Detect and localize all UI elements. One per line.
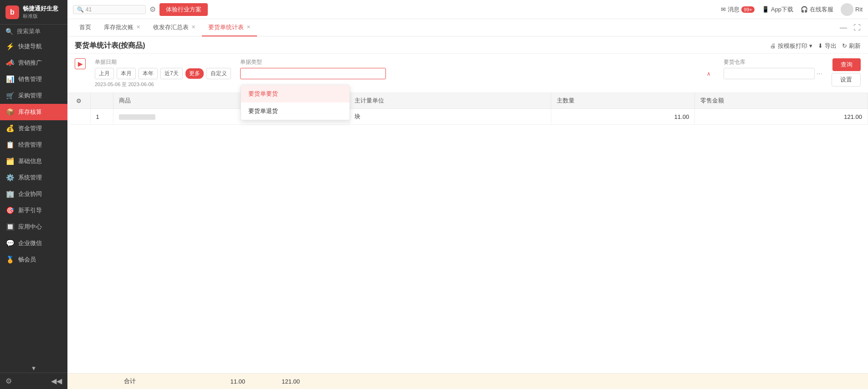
sidebar-item-app-center[interactable]: 🔲 应用中心 xyxy=(0,219,67,235)
tab-collect-account[interactable]: 收发存汇总表 ✕ xyxy=(147,19,202,36)
wechat-icon: 💬 xyxy=(5,239,15,247)
product-placeholder xyxy=(119,114,155,120)
date-btn-7days[interactable]: 近7天 xyxy=(160,68,183,79)
table-col-amount: 零售金额 xyxy=(695,93,868,109)
sidebar-item-guide[interactable]: 🎯 新手引导 xyxy=(0,202,67,219)
filter-warehouse-input[interactable] xyxy=(724,68,815,79)
sidebar-item-marketing[interactable]: 📣 营销推广 xyxy=(0,55,67,71)
app-download-item[interactable]: 📱 App下载 xyxy=(762,5,793,14)
sidebar-collapse-icon[interactable]: ◀◀ xyxy=(51,377,62,385)
footer-total-amount: 121.00 xyxy=(251,378,305,385)
message-icon: ✉ xyxy=(721,6,726,13)
sidebar-bottom: ⚙ ◀◀ xyxy=(0,373,67,389)
operation-icon: 📋 xyxy=(5,141,15,149)
query-btn[interactable]: 查询 xyxy=(832,58,861,71)
basic-label: 基础信息 xyxy=(18,157,62,165)
table-col-rownum xyxy=(90,93,113,109)
purchase-icon: 🛒 xyxy=(5,92,15,100)
top-search-input[interactable]: 🔍 41 xyxy=(73,5,146,14)
quick-nav-label: 快捷导航 xyxy=(18,42,62,51)
tab-batch-account[interactable]: 库存批次账 ✕ xyxy=(98,19,147,36)
data-table: ⚙ 商品 主计量单位 主数量 零售金额 1 xyxy=(67,93,868,125)
filter-warehouse-label: 要货仓库 xyxy=(724,58,822,66)
tab-batch-account-label: 库存批次账 xyxy=(104,23,134,31)
sidebar-item-enterprise[interactable]: 🏢 企业协同 xyxy=(0,186,67,202)
filter-type-input[interactable] xyxy=(240,68,386,79)
filter-settings-btn[interactable]: 设置 xyxy=(832,73,861,87)
basic-icon: 🗂️ xyxy=(5,157,15,165)
date-btn-last-month[interactable]: 上月 xyxy=(95,68,114,79)
headset-icon: 🎧 xyxy=(801,6,808,13)
user-name: Rit xyxy=(855,6,863,13)
sidebar-item-finance[interactable]: 💰 资金管理 xyxy=(0,120,67,137)
industry-btn[interactable]: 体验行业方案 xyxy=(159,3,208,16)
table-footer: 合计 11.00 121.00 xyxy=(67,373,868,389)
refresh-btn[interactable]: ↻ 刷新 xyxy=(842,42,861,50)
table-col-unit: 主计量单位 xyxy=(349,93,551,109)
tab-bar-actions: — ⛶ xyxy=(838,23,863,33)
search-menu-label: 搜索菜单 xyxy=(17,27,41,36)
sidebar-item-sales[interactable]: 📊 销售管理 xyxy=(0,71,67,87)
sidebar-item-basic[interactable]: 🗂️ 基础信息 xyxy=(0,153,67,169)
avatar xyxy=(841,3,853,16)
print-btn[interactable]: 🖨 按模板打印 ▾ xyxy=(770,42,812,50)
sidebar-item-wechat[interactable]: 💬 企业微信 xyxy=(0,235,67,251)
expand-icon: ▶ xyxy=(78,60,83,67)
marketing-label: 营销推广 xyxy=(18,59,62,67)
main-area: 🔍 41 ⚙ 体验行业方案 ✉ 消息 99+ 📱 App下载 🎧 在线客服 xyxy=(67,0,868,389)
sales-icon: 📊 xyxy=(5,75,15,83)
tab-home[interactable]: 首页 xyxy=(73,19,98,36)
tab-order-stats-label: 要货单统计表 xyxy=(208,23,244,31)
enterprise-label: 企业协同 xyxy=(18,190,62,198)
tab-minimize-icon[interactable]: — xyxy=(838,23,849,33)
wechat-label: 企业微信 xyxy=(18,239,62,247)
message-item[interactable]: ✉ 消息 99+ xyxy=(721,5,755,14)
date-btn-custom[interactable]: 自定义 xyxy=(206,68,231,79)
dropdown-item-order-ret[interactable]: 要货单退货 xyxy=(241,102,349,120)
search-icon: 🔍 xyxy=(5,28,13,35)
print-arrow-icon: ▾ xyxy=(809,42,812,49)
table-area: ⚙ 商品 主计量单位 主数量 零售金额 1 xyxy=(67,93,868,373)
sidebar-settings-icon[interactable]: ⚙ xyxy=(5,377,12,385)
online-service-item[interactable]: 🎧 在线客服 xyxy=(801,5,833,14)
tab-expand-icon[interactable]: ⛶ xyxy=(852,23,863,33)
date-btn-more[interactable]: 更多 xyxy=(185,68,204,79)
message-label: 消息 xyxy=(728,5,740,14)
purchase-label: 采购管理 xyxy=(18,92,62,100)
table-cell-qty: 11.00 xyxy=(551,109,695,125)
filter-type-arrow-icon[interactable]: ∧ xyxy=(707,71,711,77)
filter-more-dots-icon[interactable]: ··· xyxy=(817,70,822,78)
sidebar-item-purchase[interactable]: 🛒 采购管理 xyxy=(0,87,67,104)
sidebar-logo: b 畅捷通好生意 标准版 xyxy=(0,0,67,25)
operation-label: 经营管理 xyxy=(18,141,62,149)
refresh-icon: ↻ xyxy=(842,42,847,49)
export-label: 导出 xyxy=(825,42,837,50)
dropdown-item-order-req[interactable]: 要货单要货 xyxy=(241,85,349,102)
filter-type-input-row: ∧ xyxy=(240,68,714,79)
filter-warehouse-input-row: ··· xyxy=(724,68,822,79)
dropdown-item-order-req-label: 要货单要货 xyxy=(248,90,278,97)
sidebar-item-system[interactable]: ⚙️ 系统管理 xyxy=(0,169,67,186)
user-avatar-item[interactable]: Rit xyxy=(841,3,863,16)
sidebar-item-quick-nav[interactable]: ⚡ 快捷导航 xyxy=(0,38,67,55)
date-btn-this-year[interactable]: 本年 xyxy=(139,68,158,79)
tab-order-stats-close[interactable]: ✕ xyxy=(247,24,251,30)
tab-collect-account-close[interactable]: ✕ xyxy=(191,24,195,30)
date-btn-this-month[interactable]: 本月 xyxy=(117,68,136,79)
app-center-icon: 🔲 xyxy=(5,223,15,231)
enterprise-icon: 🏢 xyxy=(5,190,15,198)
export-btn[interactable]: ⬇ 导出 xyxy=(818,42,837,50)
settings-gear-icon[interactable]: ⚙ xyxy=(149,5,156,14)
sidebar-scroll-down[interactable]: ▼ xyxy=(0,364,67,373)
tab-batch-account-close[interactable]: ✕ xyxy=(136,24,140,30)
tab-order-stats[interactable]: 要货单统计表 ✕ xyxy=(202,19,257,36)
online-service-label: 在线客服 xyxy=(810,5,833,14)
table-col-gear[interactable]: ⚙ xyxy=(67,93,90,109)
sidebar-item-member[interactable]: 🏅 畅会员 xyxy=(0,251,67,268)
tab-collect-account-label: 收发存汇总表 xyxy=(153,23,189,31)
search-menu-item[interactable]: 🔍 搜索菜单 xyxy=(0,25,67,38)
sidebar-item-inventory[interactable]: 📦 库存核算 xyxy=(0,104,67,120)
filter-expand-btn[interactable]: ▶ xyxy=(75,58,86,69)
app-center-label: 应用中心 xyxy=(18,223,62,231)
sidebar-item-operation[interactable]: 📋 经营管理 xyxy=(0,137,67,153)
